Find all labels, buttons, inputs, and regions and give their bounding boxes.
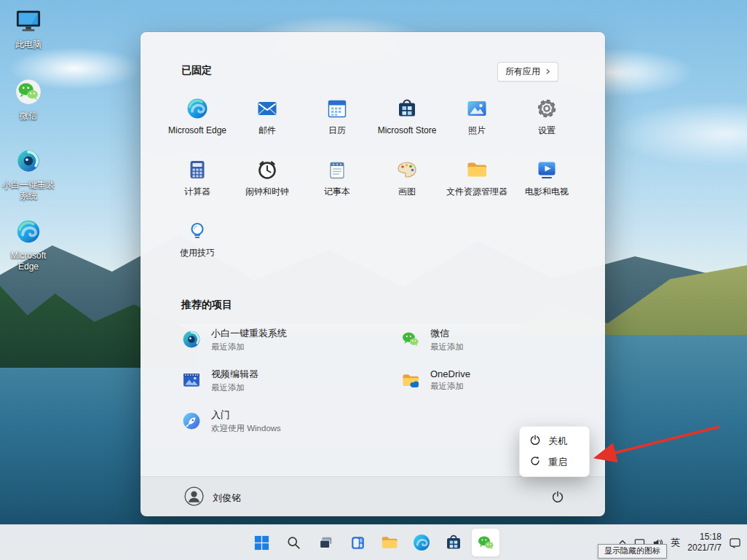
file-explorer-icon — [380, 533, 399, 552]
pinned-app-photos[interactable]: 照片 — [442, 87, 512, 149]
recommended-item-video-editor[interactable]: 视频编辑器最近添加 — [173, 364, 380, 396]
recommended-item-title: OneDrive — [430, 368, 470, 379]
store-button[interactable] — [439, 528, 468, 557]
power-icon — [529, 434, 541, 448]
pinned-app-label: 邮件 — [258, 126, 276, 135]
pinned-app-movies-tv[interactable]: 电影和电视 — [512, 149, 582, 210]
settings-gear-icon — [535, 97, 558, 120]
pinned-app-notepad[interactable]: 记事本 — [302, 149, 372, 210]
task-view-button[interactable] — [311, 528, 340, 557]
pinned-app-label: 设置 — [538, 126, 556, 135]
tray-time: 15:18 — [687, 532, 722, 543]
shutdown-label: 关机 — [548, 435, 567, 448]
this-pc-icon — [15, 9, 42, 36]
file-explorer-button[interactable] — [375, 528, 404, 557]
movies-tv-icon — [535, 158, 558, 181]
all-apps-label: 所有应用 — [505, 66, 540, 78]
recommended-item-title: 入门 — [211, 409, 281, 422]
recommended-item-xiaobai[interactable]: 小白一键重装系统最近添加 — [173, 323, 380, 355]
wechat-icon — [400, 329, 421, 350]
pinned-app-calculator[interactable]: 计算器 — [162, 149, 232, 210]
widgets-icon — [350, 535, 365, 551]
wechat-icon — [476, 533, 496, 553]
tray-tooltip: 显示隐藏的图标 — [598, 544, 667, 559]
pinned-app-calendar[interactable]: 日历 — [302, 87, 372, 149]
start-button[interactable] — [247, 528, 276, 557]
pinned-app-label: 闹钟和时钟 — [245, 187, 289, 197]
restart-menu-item[interactable]: 重启 — [520, 451, 589, 473]
search-button[interactable] — [279, 528, 308, 557]
user-avatar-icon — [184, 486, 204, 509]
desktop-icon-label: Microsoft Edge — [1, 251, 55, 272]
file-explorer-icon — [465, 158, 489, 181]
recommended-item-subtitle: 最近添加 — [211, 342, 287, 352]
pinned-app-label: 文件资源管理器 — [446, 187, 507, 197]
mail-icon — [256, 97, 279, 120]
pinned-app-file-explorer[interactable]: 文件资源管理器 — [442, 149, 512, 210]
edge-icon — [186, 97, 209, 120]
recommended-item-subtitle: 欢迎使用 Windows — [211, 423, 281, 434]
desktop-icon-this-pc[interactable]: 此电脑 — [1, 9, 55, 50]
xiaobai-icon — [15, 148, 42, 177]
recommended-item-wechat[interactable]: 微信最近添加 — [392, 323, 599, 355]
pinned-app-alarms[interactable]: 闹钟和时钟 — [232, 149, 302, 210]
wechat-button[interactable] — [471, 528, 500, 557]
xiaobai-icon — [181, 329, 202, 350]
shutdown-menu-item[interactable]: 关机 — [520, 430, 589, 451]
ime-indicator[interactable]: 英 — [671, 536, 680, 549]
recommended-item-subtitle: 最近添加 — [430, 381, 470, 392]
user-account-button[interactable]: 刘俊铭 — [184, 486, 241, 509]
notification-center-button[interactable] — [729, 537, 741, 549]
store-icon — [444, 533, 463, 552]
desktop-screen: 此电脑 微信 小白一键重装系统 Microsoft Edge 已固定 所有应用 … — [0, 0, 747, 560]
power-button[interactable] — [548, 487, 567, 506]
power-icon — [551, 490, 564, 503]
photos-icon — [465, 97, 489, 120]
recommended-grid: 小白一键重装系统最近添加 微信最近添加 视频编辑器最近添加 OneDrive最近… — [173, 323, 599, 437]
recommended-item-subtitle: 最近添加 — [211, 382, 258, 393]
pinned-app-edge[interactable]: Microsoft Edge — [162, 87, 232, 149]
widgets-button[interactable] — [343, 528, 372, 557]
restart-label: 重启 — [548, 456, 567, 469]
recommended-item-get-started[interactable]: 入门欢迎使用 Windows — [173, 405, 380, 437]
pinned-app-label: 电影和电视 — [525, 187, 569, 197]
pinned-app-store[interactable]: Microsoft Store — [372, 87, 442, 149]
pinned-app-tips[interactable]: 使用技巧 — [162, 210, 232, 271]
restart-icon — [529, 455, 541, 469]
notepad-icon — [325, 158, 349, 181]
recommended-item-title: 小白一键重装系统 — [211, 327, 287, 340]
pinned-section-title: 已固定 — [181, 64, 212, 77]
recommended-item-title: 微信 — [430, 327, 464, 340]
edge-button[interactable] — [407, 528, 436, 557]
desktop-icon-label: 小白一键重装系统 — [1, 180, 55, 202]
video-editor-icon — [181, 370, 202, 390]
desktop-icon-wechat[interactable]: 微信 — [1, 79, 55, 122]
get-started-icon — [181, 411, 202, 431]
chevron-right-icon — [545, 67, 550, 77]
pinned-app-label: 画图 — [398, 187, 416, 197]
pinned-app-label: Microsoft Edge — [168, 126, 226, 135]
search-icon — [286, 535, 301, 551]
clock[interactable]: 15:18 2021/7/7 — [687, 532, 722, 553]
desktop-icon-xiaobai[interactable]: 小白一键重装系统 — [1, 148, 55, 202]
recommended-item-subtitle: 最近添加 — [430, 342, 464, 352]
start-user-bar: 刘俊铭 — [141, 476, 605, 516]
onedrive-icon — [400, 370, 421, 390]
windows-logo-icon — [253, 535, 270, 551]
power-menu-flyout: 关机 重启 — [519, 426, 590, 477]
pinned-apps-grid: Microsoft Edge 邮件 日历 Microsoft Store 照片 … — [162, 87, 582, 271]
pinned-app-paint[interactable]: 画图 — [372, 149, 442, 210]
desktop-icon-label: 微信 — [20, 111, 37, 122]
all-apps-button[interactable]: 所有应用 — [497, 62, 558, 82]
store-icon — [395, 97, 419, 120]
tips-icon — [186, 219, 209, 242]
desktop-icon-edge[interactable]: Microsoft Edge — [1, 218, 55, 272]
edge-icon — [412, 533, 431, 552]
recommended-section-title: 推荐的项目 — [181, 299, 232, 312]
pinned-app-mail[interactable]: 邮件 — [232, 87, 302, 149]
pinned-app-settings[interactable]: 设置 — [512, 87, 582, 149]
recommended-item-onedrive[interactable]: OneDrive最近添加 — [392, 364, 599, 396]
recommended-item-title: 视频编辑器 — [211, 368, 258, 381]
pinned-app-label: 记事本 — [324, 187, 350, 197]
pinned-app-label: 照片 — [468, 126, 486, 135]
